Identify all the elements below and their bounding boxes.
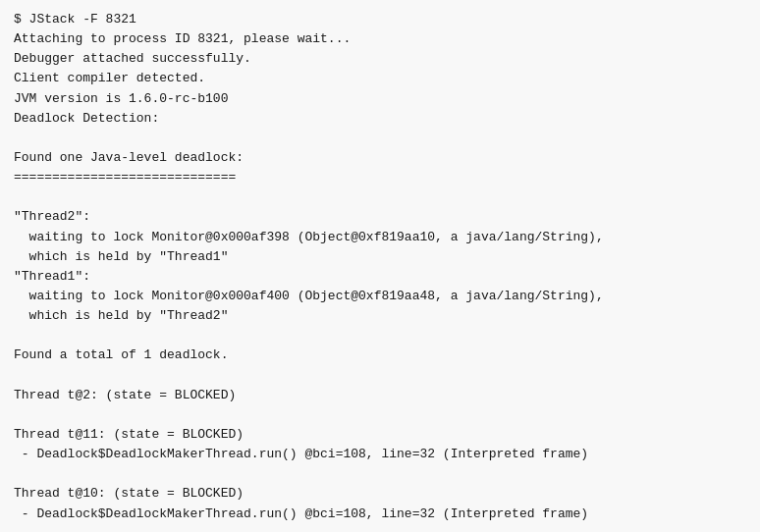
terminal-output: $ JStack -F 8321 Attaching to process ID… xyxy=(14,10,746,524)
